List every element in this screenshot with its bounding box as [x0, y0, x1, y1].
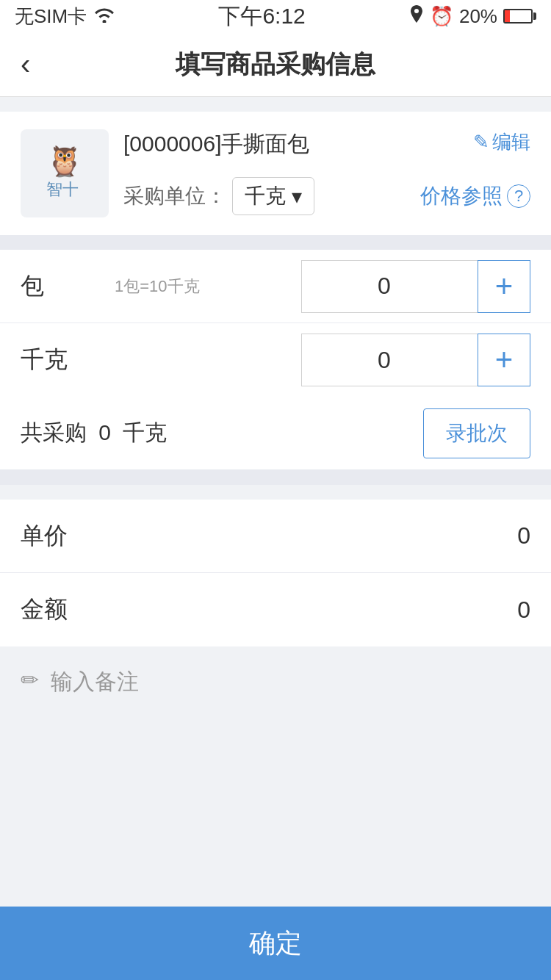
- kg-input-row: 千克 +: [0, 323, 551, 397]
- nav-title: 填写商品采购信息: [176, 48, 375, 82]
- product-card: 🦉 智十 [0000006]手撕面包 ✎ 编辑 采购单位： 千克 ▾ 价格参照 …: [0, 112, 551, 235]
- back-button[interactable]: ‹: [21, 48, 30, 81]
- product-name: [0000006]手撕面包: [123, 129, 309, 159]
- pack-label: 包: [21, 270, 109, 303]
- kg-plus-button[interactable]: +: [478, 334, 530, 386]
- alarm-icon: ⏰: [430, 5, 453, 28]
- pack-input[interactable]: [301, 260, 478, 313]
- battery-percent: 20%: [459, 5, 497, 28]
- unit-select[interactable]: 千克 ▾: [232, 177, 314, 215]
- amount-label: 金额: [21, 594, 68, 626]
- pack-sublabel: 1包=10千克: [115, 275, 200, 298]
- unit-price-value: 0: [517, 522, 530, 550]
- status-left: 无SIM卡: [15, 4, 115, 29]
- wifi-icon: [94, 5, 115, 28]
- section-divider-1: [0, 235, 551, 250]
- status-bar: 无SIM卡 下午6:12 ⏰ 20%: [0, 0, 551, 32]
- pack-input-group: +: [301, 260, 530, 313]
- unit-price-row: 单价 0: [0, 500, 551, 573]
- carrier-text: 无SIM卡: [15, 4, 87, 29]
- status-right: ⏰ 20%: [409, 5, 536, 28]
- help-icon: ?: [507, 184, 530, 208]
- kg-input[interactable]: [301, 334, 478, 386]
- status-time: 下午6:12: [218, 1, 305, 32]
- amount-value: 0: [517, 597, 530, 624]
- chevron-down-icon: ▾: [292, 184, 302, 209]
- remarks-input-area[interactable]: ✏ 输入备注: [21, 667, 530, 697]
- kg-label: 千克: [21, 344, 109, 376]
- unit-label: 采购单位：: [123, 182, 226, 210]
- total-row: 共采购 0 千克 录批次: [0, 397, 551, 470]
- price-section: 单价 0 金额 0: [0, 500, 551, 646]
- pack-input-row: 包 1包=10千克 +: [0, 250, 551, 323]
- price-ref-button[interactable]: 价格参照 ?: [420, 182, 530, 210]
- nav-bar: ‹ 填写商品采购信息: [0, 32, 551, 97]
- amount-row: 金额 0: [0, 573, 551, 646]
- remarks-section: ✏ 输入备注: [0, 646, 551, 882]
- pencil-icon: ✏: [21, 667, 39, 693]
- product-image: 🦉 智十: [21, 129, 109, 217]
- unit-price-label: 单价: [21, 520, 68, 552]
- confirm-button[interactable]: 确定: [0, 907, 551, 980]
- location-icon: [409, 5, 424, 28]
- total-label: 共采购 0 千克: [21, 418, 167, 448]
- product-logo-text: 智十: [46, 179, 83, 201]
- kg-input-group: +: [301, 334, 530, 386]
- remarks-placeholder: 输入备注: [51, 667, 139, 697]
- edit-button[interactable]: ✎ 编辑: [473, 129, 530, 155]
- input-section: 包 1包=10千克 + 千克 +: [0, 250, 551, 397]
- batch-button[interactable]: 录批次: [423, 408, 530, 458]
- section-divider-2: [0, 470, 551, 485]
- edit-icon: ✎: [473, 131, 489, 154]
- total-amount: 0: [98, 420, 111, 444]
- pack-plus-button[interactable]: +: [478, 260, 530, 313]
- battery-icon: [503, 9, 536, 24]
- product-info: [0000006]手撕面包 ✎ 编辑 采购单位： 千克 ▾ 价格参照 ?: [123, 129, 530, 215]
- product-logo-icon: 🦉: [46, 146, 83, 176]
